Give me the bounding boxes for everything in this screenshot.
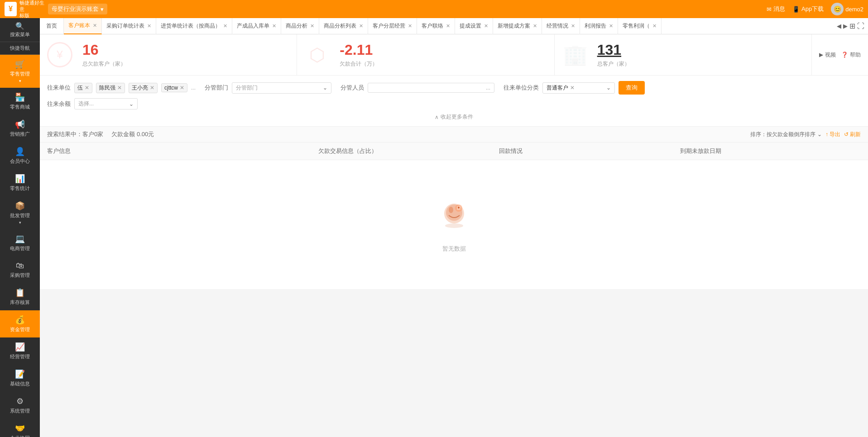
filter-tag-cjttcw[interactable]: cjttcw ✕ <box>161 83 187 92</box>
empty-state: 暂无数据 <box>40 160 868 289</box>
tab-prev-btn[interactable]: ◀ <box>837 23 841 29</box>
empty-text: 暂无数据 <box>442 245 466 253</box>
query-button[interactable]: 查询 <box>619 81 645 95</box>
sidebar-item-basic-info[interactable]: 📝 基础信息 <box>0 365 40 392</box>
tab-close-8[interactable]: ✕ <box>484 23 488 29</box>
tab-production-inbound[interactable]: 产成品入库单 ✕ <box>232 18 281 34</box>
remove-tag-chen[interactable]: ✕ <box>117 85 122 91</box>
filter-tag-chen[interactable]: 陈民强 ✕ <box>96 83 125 93</box>
stat-debt-customers-value: 16 <box>82 42 126 58</box>
tab-customer-account[interactable]: 客户账本 ✕ <box>64 18 102 34</box>
tab-close-7[interactable]: ✕ <box>446 23 450 29</box>
filter-tag-wu[interactable]: 伍 ✕ <box>74 83 92 93</box>
tab-customer-contact[interactable]: 客户联络 ✕ <box>417 18 455 34</box>
col-customer-info: 客户信息 <box>47 147 318 155</box>
filter-tag-wang[interactable]: 王小亮 ✕ <box>129 83 158 93</box>
tab-add-commission[interactable]: 新增提成方案 ✕ <box>493 18 542 34</box>
enterprise-collab-icon: 🤝 <box>15 423 25 433</box>
tab-close-12[interactable]: ✕ <box>652 23 657 29</box>
tab-close-customer-account[interactable]: ✕ <box>93 23 97 28</box>
retail-mall-icon: 🏪 <box>15 92 25 102</box>
sidebar-item-operations[interactable]: 📈 经营管理 <box>0 337 40 365</box>
svg-point-0 <box>445 223 463 228</box>
dept-filter-select[interactable]: 分管部门 ⌄ <box>232 82 331 94</box>
account-selector[interactable]: 母婴行业演示账套 ▾ <box>48 4 107 14</box>
sidebar-item-inventory[interactable]: 📋 库存核算 <box>0 283 40 310</box>
results-bar: 搜索结果中：客户0家 欠款金额 0.00元 排序：按欠款金额倒序排序 ⌄ ↑ 导… <box>40 127 868 142</box>
top-bar-right: ✉ 消息 📱 App下载 😊 demo2 <box>767 3 863 15</box>
stat-total-customers-label: 总客户（家） <box>597 60 630 68</box>
tab-inbound-stats[interactable]: 进货单统计表（按商品） ✕ <box>156 18 232 34</box>
tab-close-4[interactable]: ✕ <box>310 23 314 29</box>
sidebar-quick-nav[interactable]: 快捷导航 <box>0 42 40 55</box>
app-download-btn[interactable]: 📱 App下载 <box>792 5 824 13</box>
tab-next-btn[interactable]: ▶ <box>843 23 848 29</box>
unit-class-filter-select[interactable]: 普通客户 ✕ ⌄ <box>542 82 615 94</box>
tab-fullscreen-btn[interactable]: ⛶ <box>857 22 864 30</box>
tab-close-5[interactable]: ✕ <box>359 23 363 29</box>
stat-debt-customers: ¥ 16 总欠款客户（家） <box>40 34 297 75</box>
app-logo: ¥ 畅捷通好生意 标版 <box>5 0 44 19</box>
video-btn[interactable]: ▶ 视频 <box>819 51 836 59</box>
sidebar-item-purchase[interactable]: 🛍 采购管理 <box>0 256 40 283</box>
tab-business-status[interactable]: 经营情况 ✕ <box>542 18 580 34</box>
sidebar-item-finance[interactable]: 💰 资金管理 <box>0 310 40 337</box>
stat-actions: ▶ 视频 ❓ 帮助 <box>812 34 868 75</box>
sidebar-item-enterprise-collab[interactable]: 🤝 企业协同 <box>0 419 40 437</box>
tab-close-9[interactable]: ✕ <box>533 23 537 29</box>
tab-customer-tier[interactable]: 客户分层经营 ✕ <box>368 18 417 34</box>
table-header: 客户信息 欠款交易信息（占比） 回款情况 到期未放款日期 <box>40 142 868 160</box>
tab-profit-report[interactable]: 利润报告 ✕ <box>580 18 618 34</box>
export-button[interactable]: ↑ 导出 <box>825 131 840 138</box>
sidebar-item-member[interactable]: 👤 会员中心 <box>0 142 40 169</box>
remove-tag-cjttcw[interactable]: ✕ <box>180 85 184 91</box>
tab-purchase-order-stats[interactable]: 采购订单统计表 ✕ <box>102 18 156 34</box>
sidebar-item-wholesale[interactable]: 📦 批发管理 ▾ <box>0 196 40 229</box>
sidebar-item-retail-stats[interactable]: 📊 零售统计 <box>0 169 40 196</box>
sidebar-search[interactable]: 🔍 搜索菜单 <box>0 18 40 42</box>
stat-debt-customers-label: 总欠款客户（家） <box>82 60 126 68</box>
tab-close-3[interactable]: ✕ <box>272 23 276 29</box>
tab-goods-analysis-list[interactable]: 商品分析列表 ✕ <box>319 18 368 34</box>
filter-more-tags[interactable]: ... <box>191 85 196 91</box>
finance-icon: 💰 <box>15 315 25 325</box>
tab-goods-analysis[interactable]: 商品分析 ✕ <box>281 18 319 34</box>
sidebar-item-ecommerce[interactable]: 💻 电商管理 <box>0 229 40 256</box>
help-btn[interactable]: ❓ 帮助 <box>841 51 861 59</box>
ecommerce-icon: 💻 <box>15 234 25 244</box>
refresh-button[interactable]: ↺ 刷新 <box>844 131 861 138</box>
tab-close-10[interactable]: ✕ <box>571 23 575 29</box>
tab-close-11[interactable]: ✕ <box>609 23 613 29</box>
stat-total-debt: ⬡ -2.11 欠款合计（万） <box>297 34 554 75</box>
tab-bar: 首页 客户账本 ✕ 采购订单统计表 ✕ 进货单统计表（按商品） ✕ 产成品入库单… <box>40 18 868 34</box>
tab-retail-profit[interactable]: 零售利润（ ✕ <box>618 18 662 34</box>
tab-close-1[interactable]: ✕ <box>147 23 151 29</box>
remove-tag-wu[interactable]: ✕ <box>85 85 89 91</box>
col-repayment: 回款情况 <box>499 147 680 155</box>
message-btn[interactable]: ✉ 消息 <box>767 5 785 13</box>
user-avatar-btn[interactable]: 😊 demo2 <box>831 3 863 15</box>
person-filter-input[interactable]: ... <box>368 83 494 93</box>
sidebar-item-retail-mall[interactable]: 🏪 零售商城 <box>0 88 40 115</box>
sidebar-item-marketing[interactable]: 📢 营销推广 <box>0 115 40 142</box>
marketing-icon: 📢 <box>15 119 25 129</box>
sidebar-item-system[interactable]: ⚙ 系统管理 <box>0 392 40 419</box>
unit-filter-label: 往来单位 <box>47 84 71 92</box>
filter-row-1: 往来单位 伍 ✕ 陈民强 ✕ 王小亮 ✕ <box>47 81 861 95</box>
remove-tag-wang[interactable]: ✕ <box>150 85 154 91</box>
tab-close-2[interactable]: ✕ <box>223 23 227 29</box>
tab-close-6[interactable]: ✕ <box>408 23 412 29</box>
tab-controls: ◀ ▶ ⊞ ⛶ <box>833 22 868 30</box>
stat-total-debt-value: -2.11 <box>340 42 378 58</box>
tab-expand-btn[interactable]: ⊞ <box>849 22 855 30</box>
filter-row-2: 往来余额 选择... ⌄ <box>47 98 861 109</box>
tab-commission-settings[interactable]: 提成设置 ✕ <box>455 18 493 34</box>
retail-mgmt-icon: 🛒 <box>15 59 25 69</box>
remove-unit-class[interactable]: ✕ <box>570 85 575 91</box>
collapse-btn[interactable]: ∧ 收起更多条件 <box>435 113 473 121</box>
balance-filter-select[interactable]: 选择... ⌄ <box>74 98 138 109</box>
operations-icon: 📈 <box>15 342 25 352</box>
sort-button[interactable]: 排序：按欠款金额倒序排序 ⌄ <box>750 131 822 138</box>
sidebar-item-retail-mgmt[interactable]: 🛒 零售管理 ▾ <box>0 55 40 88</box>
tab-home[interactable]: 首页 <box>40 18 64 34</box>
